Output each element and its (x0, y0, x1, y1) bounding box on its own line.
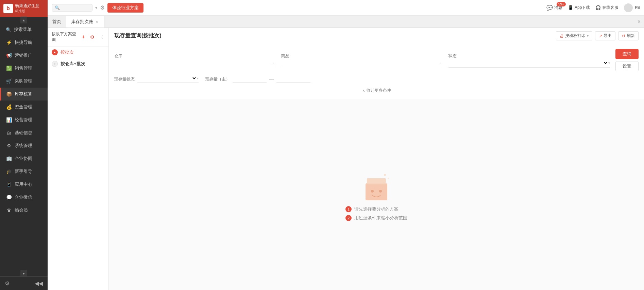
app-download-btn[interactable]: 📱 App下载 (568, 5, 590, 11)
sidebar-item-newbie[interactable]: 🎓 新手引导 (0, 165, 48, 178)
scheme-batch-icon: ● (52, 49, 58, 55)
print-icon: 🖨 (560, 34, 564, 38)
online-service-label: 在线客服 (602, 5, 618, 11)
marketing-icon: 📢 (6, 53, 12, 58)
operations-icon: 📊 (6, 117, 12, 123)
tabbar: 首页 库存批次账 × × (48, 16, 644, 28)
empty-illustration (359, 168, 393, 202)
qty-max-wrap (276, 76, 310, 83)
export-btn[interactable]: ↗ 导出 (595, 31, 615, 40)
sidebar-item-basic[interactable]: 🗂 基础信息 (0, 126, 48, 139)
sidebar-scroll-up[interactable]: ▲ (20, 17, 27, 23)
scheme-warehouse-batch-label: 按仓库+批次 (61, 61, 85, 67)
tab-home-label: 首页 (52, 19, 61, 25)
filter-inventory-status: 现存量状态 ▾ (114, 75, 199, 83)
status-select[interactable] (448, 60, 608, 66)
topbar-right: 💬 消息 99+ 📱 App下载 🎧 在线客服 Rit (546, 3, 640, 12)
system-icon: ⚙ (6, 143, 12, 148)
tab-end-close-btn[interactable]: × (634, 19, 644, 25)
scheme-settings-btn[interactable]: ⚙ (89, 34, 96, 40)
sidebar-item-purchase[interactable]: 🛒 采购管理 (0, 75, 48, 88)
page-title: 现存量查询(按批次) (114, 32, 162, 39)
tab-close-btn[interactable]: × (95, 19, 99, 24)
basic-icon: 🗂 (6, 130, 12, 135)
sidebar-item-sales[interactable]: 💹 销售管理 (0, 62, 48, 75)
product-input-wrap: ··· (281, 60, 443, 67)
inventory-status-select[interactable] (137, 75, 197, 81)
collapse-sidebar-icon[interactable]: ◀◀ (35, 280, 43, 287)
refresh-btn[interactable]: ↺ 刷新 (618, 31, 639, 40)
sidebar-footer: ⚙ ◀◀ (0, 276, 48, 290)
export-icon: ↗ (599, 34, 602, 38)
sidebar-item-finance[interactable]: 💰 资金管理 (0, 101, 48, 113)
finance-label: 资金管理 (15, 104, 32, 110)
right-panel: 现存量查询(按批次) 🖨 按模板打印 ▾ ↗ 导出 ↺ 刷新 (109, 28, 644, 290)
product-dots[interactable]: ··· (439, 60, 443, 65)
warehouse-dots[interactable]: ··· (271, 60, 276, 65)
sidebar-header: b 畅康通好生意 标准版 (0, 0, 48, 17)
scheme-warehouse-batch[interactable]: ○ 按仓库+批次 (48, 58, 108, 70)
sales-label: 销售管理 (15, 65, 32, 71)
warehouse-input-wrap: ··· (114, 60, 276, 67)
sidebar-item-operations[interactable]: 📊 经营管理 (0, 113, 48, 126)
topbar-dropdown-icon[interactable]: ▾ (95, 5, 97, 10)
sidebar-scroll-down[interactable]: ▼ (20, 270, 27, 277)
operations-label: 经营管理 (15, 117, 32, 123)
left-panel: 按以下方案查询 + ⚙ 《 ● 按批次 (48, 28, 109, 290)
app-logo: b (3, 4, 13, 13)
qty-min-input[interactable] (233, 76, 260, 81)
warehouse-input[interactable] (114, 60, 270, 66)
sidebar-item-vip[interactable]: ♛ 畅会员 (0, 204, 48, 217)
scheme-batch-label: 按批次 (61, 49, 74, 55)
filter-settings-btn[interactable]: 设置 (615, 61, 639, 71)
add-scheme-btn[interactable]: + (80, 34, 87, 40)
experience-btn[interactable]: 体验行业方案 (107, 3, 143, 13)
message-btn[interactable]: 💬 消息 99+ (546, 5, 562, 11)
tab-inventory-batch[interactable]: 库存批次账 × (66, 16, 104, 28)
app-center-icon: 📱 (6, 182, 12, 187)
tab-home[interactable]: 首页 (48, 16, 66, 27)
filter-row-1: 仓库 ··· 商品 ··· (114, 49, 639, 71)
company-name: 畅康通好生意 (15, 3, 39, 9)
topbar-search-wrap: 🔍 (52, 4, 92, 12)
sidebar-item-system[interactable]: ⚙ 系统管理 (0, 139, 48, 152)
sidebar-item-wechat[interactable]: 💬 企业微信 (0, 191, 48, 204)
settings-icon[interactable]: ⚙ (5, 280, 10, 287)
sidebar-item-quick-nav[interactable]: ⚡ 快捷导航 (0, 36, 48, 49)
qty-max-input[interactable] (276, 76, 304, 81)
online-service-icon: 🎧 (595, 5, 601, 10)
sidebar-item-marketing[interactable]: 📢 营销推广 (0, 49, 48, 62)
print-dropdown-icon: ▾ (587, 34, 589, 38)
inventory-status-label: 现存量状态 (114, 76, 135, 82)
sales-icon: 💹 (6, 66, 12, 71)
empty-tip-2: 2 用过滤条件来缩小分析范围 (345, 215, 407, 221)
tip2-text: 用过滤条件来缩小分析范围 (354, 215, 407, 221)
print-template-btn[interactable]: 🖨 按模板打印 ▾ (556, 31, 592, 40)
inventory-label: 库存核算 (15, 91, 32, 97)
inventory-qty-label: 现存量（主） (205, 76, 230, 82)
sidebar-item-enterprise[interactable]: 🏢 企业协同 (0, 152, 48, 165)
user-avatar-btn[interactable]: Rit (624, 3, 640, 12)
search-icon: 🔍 (6, 27, 11, 32)
collapse-panel-btn[interactable]: 《 (98, 34, 104, 40)
collapse-row[interactable]: ∧ 收起更多条件 (114, 86, 639, 97)
topbar-settings-icon[interactable]: ⚙ (100, 4, 105, 11)
left-panel-header: 按以下方案查询 + ⚙ 《 (48, 28, 108, 47)
edition-label: 标准版 (15, 9, 39, 14)
marketing-label: 营销推广 (15, 52, 32, 58)
page-header: 现存量查询(按批次) 🖨 按模板打印 ▾ ↗ 导出 ↺ 刷新 (109, 28, 644, 44)
empty-tips: 1 请先选择要分析的方案 2 用过滤条件来缩小分析范围 (345, 206, 407, 221)
sidebar-item-inventory[interactable]: 📦 库存核算 (0, 88, 48, 101)
vip-icon: ♛ (6, 207, 12, 213)
online-service-btn[interactable]: 🎧 在线客服 (595, 5, 618, 11)
sidebar-item-app-center[interactable]: 📱 应用中心 (0, 178, 48, 191)
scheme-warehouse-batch-icon: ○ (52, 61, 58, 67)
product-input[interactable] (281, 60, 437, 66)
topbar-search-input[interactable] (61, 5, 88, 10)
status-label: 状态 (448, 53, 610, 59)
page-wrapper: 按以下方案查询 + ⚙ 《 ● 按批次 (48, 28, 644, 290)
scheme-batch[interactable]: ● 按批次 (48, 47, 108, 58)
vip-label: 畅会员 (15, 207, 28, 213)
sidebar-item-search[interactable]: 🔍 搜索菜单 (0, 23, 48, 36)
query-btn[interactable]: 查询 (615, 49, 639, 59)
